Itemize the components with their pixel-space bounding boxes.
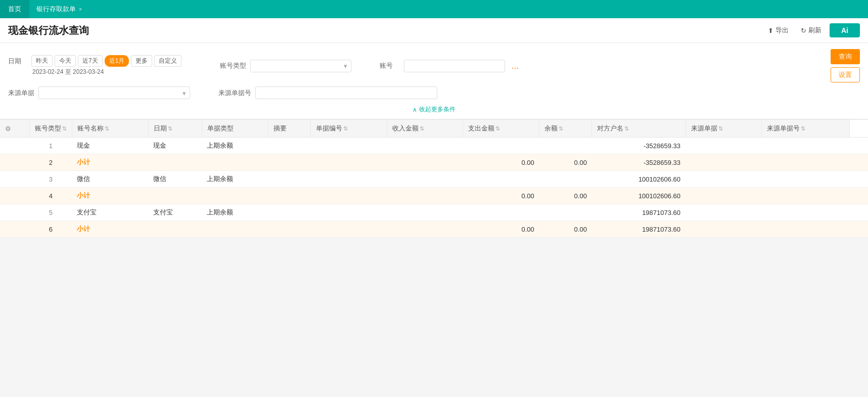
- cell-account_type: 小计: [72, 154, 148, 171]
- cell-balance: 19871073.60: [592, 221, 686, 238]
- sort-icon: ⇅: [168, 125, 172, 131]
- col-label: 对方户名: [597, 124, 623, 132]
- date-option-更多[interactable]: 更多: [131, 55, 152, 67]
- col-header-doc_no[interactable]: 单据编号⇅: [310, 120, 387, 138]
- export-button[interactable]: ⬆ 导出: [764, 24, 793, 37]
- cell-date: 上期余额: [202, 171, 268, 188]
- account-type-select-wrapper: [250, 60, 351, 72]
- collapse-bar: ∧ 收起更多条件: [8, 103, 860, 115]
- cell-source_doc_no: [850, 138, 868, 154]
- cell-counterparty: [686, 154, 762, 171]
- cell-summary: [310, 204, 387, 221]
- subtotal-label: 小计: [77, 225, 90, 233]
- col-header-date[interactable]: 日期⇅: [148, 120, 202, 138]
- account-type-section: 账号类型: [220, 60, 351, 72]
- date-option-今天[interactable]: 今天: [55, 55, 76, 67]
- table-row: 2小计0.000.00-3528659.33: [0, 154, 868, 171]
- cell-summary: [310, 171, 387, 188]
- cell-source_doc: [762, 138, 850, 154]
- filter-actions: 查询 设置: [831, 49, 860, 82]
- cell-settings: [0, 138, 29, 154]
- cell-account_type: 微信: [72, 171, 148, 188]
- cell-account_type: 小计: [72, 188, 148, 204]
- account-type-select[interactable]: [250, 60, 351, 72]
- col-label: 来源单据: [691, 124, 717, 132]
- cell-date: 上期余额: [202, 138, 268, 154]
- col-header-income[interactable]: 收入金额⇅: [387, 120, 463, 138]
- tab-label: 银行存取款单: [36, 0, 76, 18]
- col-label: 账号类型: [35, 124, 61, 132]
- table-row: 5支付宝支付宝上期余额19871073.60: [0, 204, 868, 221]
- cell-source_doc: [762, 188, 850, 204]
- sort-icon: ⇅: [105, 125, 109, 131]
- source-doc-label: 来源单据: [8, 89, 34, 98]
- col-header-doc_type: 单据类型: [202, 120, 268, 138]
- cell-doc_type: [268, 154, 310, 171]
- cell-source_doc: [762, 204, 850, 221]
- date-option-近1月[interactable]: 近1月: [105, 55, 129, 67]
- cell-doc_no: [387, 221, 463, 238]
- table-row: 4小计0.000.00100102606.60: [0, 188, 868, 204]
- refresh-button[interactable]: ↻ 刷新: [797, 24, 826, 37]
- cell-summary: [310, 154, 387, 171]
- account-type-label: 账号类型: [220, 61, 246, 70]
- cell-num: 2: [29, 154, 72, 171]
- cell-source_doc_no: [850, 221, 868, 238]
- date-options: 昨天今天近7天近1月更多自定义: [31, 55, 181, 67]
- cell-account_name: 支付宝: [148, 204, 202, 221]
- date-option-昨天[interactable]: 昨天: [31, 55, 53, 67]
- nav-home[interactable]: 首页: [0, 0, 29, 18]
- tab-close-icon[interactable]: ×: [79, 0, 82, 18]
- cell-doc_no: [387, 154, 463, 171]
- sort-icon: ⇅: [801, 125, 805, 131]
- col-label: 来源单据号: [767, 124, 800, 132]
- cell-settings: [0, 188, 29, 204]
- sort-icon: ⇅: [495, 125, 500, 131]
- ai-button[interactable]: Ai: [830, 23, 860, 37]
- cell-source_doc: [762, 154, 850, 171]
- cell-account_name: [148, 188, 202, 204]
- col-label: 单据类型: [207, 124, 234, 132]
- account-section: 账号 ...: [380, 60, 521, 72]
- date-range: 2023-02-24 至 2023-03-24: [32, 68, 104, 75]
- cell-settings: [0, 221, 29, 238]
- col-header-account_name[interactable]: 账号名称⇅: [72, 120, 148, 138]
- col-header-source_doc_no[interactable]: 来源单据号⇅: [762, 120, 850, 138]
- source-doc-select[interactable]: [38, 86, 190, 99]
- col-header-settings: ⚙: [0, 120, 29, 138]
- filter-row-1: 日期 昨天今天近7天近1月更多自定义 2023-02-24 至 2023-03-…: [8, 49, 860, 82]
- cell-source_doc_no: [850, 154, 868, 171]
- nav-tab-银行存取款单[interactable]: 银行存取款单×: [29, 0, 102, 18]
- cell-doc_type: [268, 204, 310, 221]
- source-doc-no-input[interactable]: [255, 86, 437, 99]
- cell-doc_type: [268, 221, 310, 238]
- col-header-account_type[interactable]: 账号类型⇅: [29, 120, 72, 138]
- query-button[interactable]: 查询: [831, 49, 860, 64]
- cell-doc_type: [268, 171, 310, 188]
- filter-area: 日期 昨天今天近7天近1月更多自定义 2023-02-24 至 2023-03-…: [0, 43, 868, 119]
- cell-income: [463, 204, 539, 221]
- table-settings-icon[interactable]: ⚙: [5, 125, 11, 133]
- table-area: ⚙账号类型⇅账号名称⇅日期⇅单据类型摘要单据编号⇅收入金额⇅支出金额⇅余额⇅对方…: [0, 119, 868, 238]
- nav-bar: 首页 收款单×付款单×其他收入单×应收应付调整单×银行存取款单×预收冲应收单×收…: [0, 0, 868, 18]
- cell-expense: 0.00: [539, 154, 592, 171]
- chevron-up-icon: ∧: [413, 106, 417, 113]
- cell-balance: 100102606.60: [592, 171, 686, 188]
- col-header-balance[interactable]: 余额⇅: [539, 120, 592, 138]
- source-doc-section: 来源单据: [8, 86, 190, 99]
- date-option-自定义[interactable]: 自定义: [154, 55, 181, 67]
- col-header-source_doc[interactable]: 来源单据⇅: [686, 120, 762, 138]
- account-dots-button[interactable]: ...: [509, 61, 521, 71]
- settings-button[interactable]: 设置: [831, 67, 860, 82]
- cell-expense: 0.00: [539, 221, 592, 238]
- date-option-近7天[interactable]: 近7天: [78, 55, 103, 67]
- cell-num: 4: [29, 188, 72, 204]
- cell-account_type: 支付宝: [72, 204, 148, 221]
- account-input[interactable]: [404, 60, 505, 72]
- col-header-expense[interactable]: 支出金额⇅: [463, 120, 539, 138]
- sort-icon: ⇅: [718, 125, 723, 131]
- source-doc-no-label: 来源单据号: [218, 89, 251, 98]
- collapse-button[interactable]: ∧ 收起更多条件: [413, 105, 455, 114]
- cell-num: 1: [29, 138, 72, 154]
- col-header-counterparty[interactable]: 对方户名⇅: [592, 120, 686, 138]
